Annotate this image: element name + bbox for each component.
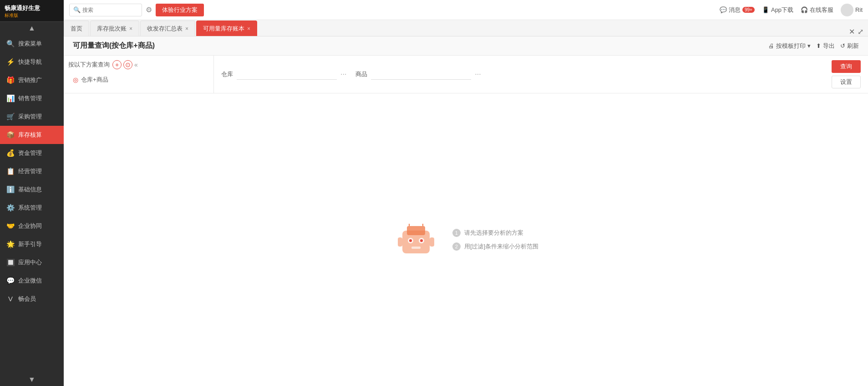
chevron-down-icon: ▾ [807, 42, 811, 49]
message-badge: 99+ [742, 7, 755, 13]
sidebar-item-sales[interactable]: 📊 销售管理 [0, 89, 64, 108]
scheme-item-warehouse-product[interactable]: ◎ 仓库+商品 [68, 73, 209, 87]
product-input[interactable] [371, 69, 471, 80]
sidebar-item-label: 快捷导航 [18, 58, 42, 66]
close-icon[interactable]: × [185, 26, 188, 32]
tab-home[interactable]: 首页 [64, 21, 89, 36]
scheme-item-label: 仓库+商品 [81, 76, 108, 84]
chat-icon: 💬 [6, 277, 15, 285]
query-actions: 查询 设置 [832, 60, 861, 88]
tab-label: 收发存汇总表 [147, 25, 183, 33]
sidebar-item-system[interactable]: ⚙️ 系统管理 [0, 199, 64, 217]
sidebar-item-operations[interactable]: 📋 经营管理 [0, 162, 64, 180]
tab-batch-account[interactable]: 库存批次账 × [90, 21, 139, 36]
sidebar-item-basic[interactable]: ℹ️ 基础信息 [0, 180, 64, 199]
sidebar-item-search[interactable]: 🔍 搜索菜单 [0, 35, 64, 53]
app-download-button[interactable]: 📱 App下载 [762, 6, 793, 14]
settings-icon[interactable]: ⚙ [146, 5, 152, 14]
tip-text-2: 用[过滤]条件来缩小分析范围 [464, 242, 538, 251]
refresh-label: 刷新 [847, 42, 859, 50]
page-title: 可用量查询(按仓库+商品) [73, 41, 155, 51]
query-scheme-label: 按以下方案查询 [68, 61, 110, 69]
close-tab-button[interactable]: ✕ [849, 27, 855, 36]
warehouse-field-group: 仓库 ··· [221, 69, 346, 80]
expand-button[interactable]: ⤢ [858, 27, 863, 36]
close-icon[interactable]: × [129, 26, 132, 32]
product-more-button[interactable]: ··· [475, 70, 481, 78]
close-icon[interactable]: × [247, 26, 250, 32]
sidebar-scroll-down[interactable]: ▼ [0, 373, 64, 386]
add-scheme-button[interactable]: + [112, 60, 122, 69]
sidebar-item-finance[interactable]: 💰 资金管理 [0, 144, 64, 162]
username: Rit [855, 6, 863, 13]
tab-label: 首页 [71, 25, 82, 33]
gift-icon: 🎁 [6, 76, 15, 84]
cart-icon: 🛒 [6, 113, 15, 121]
query-section: 按以下方案查询 + ⊙ « ◎ 仓库+商品 仓库 ··· [64, 56, 868, 93]
topbar-search-box[interactable]: 🔍 [69, 4, 142, 16]
main-area: 🔍 ⚙ 体验行业方案 💬 消息 99+ 📱 App下载 🎧 在线客服 Rit [64, 0, 868, 386]
page-header-actions: 🖨 按模板打印 ▾ ⬆ 导出 ↺ 刷新 [768, 42, 859, 50]
sidebar-item-purchase[interactable]: 🛒 采购管理 [0, 108, 64, 126]
query-fields: 仓库 ··· 商品 ··· 查询 设置 [214, 56, 868, 93]
warehouse-input[interactable] [237, 69, 337, 80]
tip-number-2: 2 [452, 242, 461, 251]
sidebar-item-inventory[interactable]: 📦 库存核算 [0, 126, 64, 144]
collapse-button[interactable]: « [134, 61, 138, 68]
sidebar-item-newbie[interactable]: 🌟 新手引导 [0, 235, 64, 253]
vip-icon: V [6, 295, 15, 303]
product-field-group: 商品 ··· [355, 69, 481, 80]
warehouse-label: 仓库 [221, 70, 233, 78]
user-menu[interactable]: Rit [841, 4, 863, 16]
sidebar-item-label: 销售管理 [18, 94, 42, 103]
sidebar-header: 畅康通好生意 标准版 [0, 0, 64, 22]
empty-tips: 1 请先选择要分析的方案 2 用[过滤]条件来缩小分析范围 [452, 229, 538, 251]
sidebar-item-label: 畅会员 [18, 295, 36, 303]
sidebar-item-label: 库存核算 [18, 131, 42, 139]
money-icon: 💰 [6, 149, 15, 157]
app-name: 畅康通好生意 [5, 5, 59, 12]
settings-button[interactable]: 设置 [832, 76, 861, 88]
sidebar-item-enterprise[interactable]: 🤝 企业协同 [0, 217, 64, 235]
print-icon: 🖨 [768, 42, 774, 49]
sidebar-scroll-up[interactable]: ▲ [0, 22, 64, 35]
svg-point-5 [420, 239, 423, 242]
query-scheme-header: 按以下方案查询 + ⊙ « [68, 60, 209, 69]
headset-icon: 🎧 [801, 6, 808, 13]
search-icon: 🔍 [73, 6, 81, 13]
warehouse-more-button[interactable]: ··· [340, 70, 346, 78]
tabbar-right: ✕ ⤢ [844, 27, 868, 36]
sidebar-item-label: 企业微信 [18, 277, 42, 285]
app-download-label: App下载 [771, 6, 793, 14]
online-service-button[interactable]: 🎧 在线客服 [801, 6, 833, 14]
trial-industry-button[interactable]: 体验行业方案 [156, 4, 204, 16]
tab-receipt-summary[interactable]: 收发存汇总表 × [140, 21, 195, 36]
query-button[interactable]: 查询 [832, 60, 861, 73]
refresh-button[interactable]: ↺ 刷新 [840, 42, 859, 50]
print-button[interactable]: 🖨 按模板打印 ▾ [768, 42, 811, 50]
sidebar-item-wechat[interactable]: 💬 企业微信 [0, 272, 64, 290]
message-icon: 💬 [720, 6, 727, 13]
sidebar-item-apps[interactable]: 🔲 应用中心 [0, 253, 64, 272]
sidebar-item-member[interactable]: V 畅会员 [0, 290, 64, 308]
message-button[interactable]: 💬 消息 99+ [720, 6, 755, 14]
search-input[interactable] [82, 7, 137, 13]
sidebar-item-label: 基础信息 [18, 185, 42, 194]
export-button[interactable]: ⬆ 导出 [816, 42, 835, 50]
empty-illustration [393, 217, 439, 262]
edit-scheme-button[interactable]: ⊙ [123, 60, 132, 69]
sidebar-item-label: 营销推广 [18, 76, 42, 84]
svg-rect-8 [430, 237, 434, 247]
query-scheme-panel: 按以下方案查询 + ⊙ « ◎ 仓库+商品 [64, 56, 214, 93]
grid-icon: 🔲 [6, 258, 15, 267]
query-scheme-actions: + ⊙ « [112, 60, 138, 69]
scheme-icon: ◎ [73, 76, 78, 83]
tab-available-ledger[interactable]: 可用量库存账本 × [196, 21, 257, 36]
sidebar-item-label: 系统管理 [18, 204, 42, 212]
clipboard-icon: 📋 [6, 167, 15, 175]
print-label: 按模板打印 [776, 42, 806, 50]
lightning-icon: ⚡ [6, 58, 15, 66]
svg-rect-6 [411, 247, 421, 249]
sidebar-item-marketing[interactable]: 🎁 营销推广 [0, 71, 64, 89]
sidebar-item-shortcuts[interactable]: ⚡ 快捷导航 [0, 53, 64, 71]
